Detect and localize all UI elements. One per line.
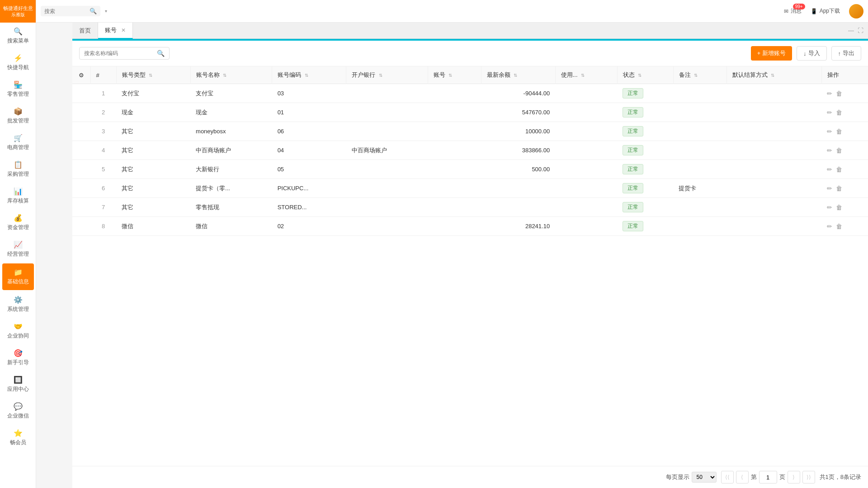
table-row: 4 其它 中百商场账户 04 中百商场账户 383866.00 正常 ✏ 🗑 — [72, 141, 868, 160]
delete-icon[interactable]: 🗑 — [836, 204, 842, 211]
delete-icon[interactable]: 🗑 — [836, 128, 842, 135]
user-avatar[interactable] — [849, 4, 863, 19]
export-button[interactable]: ↑ 导出 — [831, 46, 862, 61]
table-row: 6 其它 提货卡（零... PICKUPC... 正常 提货卡 ✏ 🗑 — [72, 179, 868, 198]
cell-account — [428, 198, 481, 217]
window-minimize-btn[interactable]: — — [848, 27, 854, 34]
edit-icon[interactable]: ✏ — [827, 90, 832, 97]
cell-code: STORED... — [272, 198, 346, 217]
topbar-dropdown-arrow[interactable]: ▾ — [105, 9, 107, 14]
cell-num: 6 — [90, 179, 116, 198]
action-buttons: ✏ 🗑 — [827, 147, 863, 154]
sidebar-item-wholesale-mgmt[interactable]: 📦批发管理 — [0, 103, 36, 129]
col-use[interactable]: 使用... ⇅ — [555, 66, 617, 84]
cell-num: 8 — [90, 217, 116, 236]
nav-icon-quick-nav: ⚡ — [2, 54, 34, 62]
cell-num: 3 — [90, 122, 116, 141]
sidebar-item-fund-mgmt[interactable]: 💰资金管理 — [0, 209, 36, 236]
nav-label-retail-mgmt: 零售管理 — [2, 90, 34, 98]
cell-remark — [673, 160, 726, 179]
edit-icon[interactable]: ✏ — [827, 109, 832, 116]
cell-status: 正常 — [617, 179, 673, 198]
sidebar-item-system-mgmt[interactable]: ⚙️系统管理 — [0, 291, 36, 318]
col-default-settlement[interactable]: 默认结算方式 ⇅ — [726, 66, 821, 84]
delete-icon[interactable]: 🗑 — [836, 223, 842, 230]
per-page-label: 每页显示 — [666, 473, 689, 481]
sidebar-item-new-guide[interactable]: 🎯新手引导 — [0, 344, 36, 371]
topbar-search-box[interactable]: 🔍 — [41, 6, 100, 16]
nav-icon-purchase-mgmt: 📋 — [2, 160, 34, 169]
cell-account — [428, 103, 481, 122]
export-icon: ↑ — [838, 50, 841, 57]
cell-code: 04 — [272, 141, 346, 160]
sidebar-item-basic-info[interactable]: 📁基础信息 — [2, 263, 34, 290]
window-maximize-btn[interactable]: ⛶ — [858, 27, 863, 34]
col-status[interactable]: 状态 ⇅ — [617, 66, 673, 84]
sidebar-item-inventory-check[interactable]: 📊库存核算 — [0, 183, 36, 209]
cell-use — [555, 217, 617, 236]
cell-account — [428, 217, 481, 236]
col-name[interactable]: 账号名称 ⇅ — [190, 66, 272, 84]
cell-bank — [346, 179, 428, 198]
tab-account-close[interactable]: ✕ — [121, 27, 126, 33]
cell-balance: 10000.00 — [481, 122, 555, 141]
status-badge: 正常 — [623, 126, 643, 136]
page-navigation: ⟨⟨ ⟨ 第 页 ⟩ ⟩⟩ — [721, 471, 815, 483]
nav-label-app-center: 应用中心 — [2, 385, 34, 393]
delete-icon[interactable]: 🗑 — [836, 90, 842, 97]
sidebar-item-ecommerce-mgmt[interactable]: 🛒电商管理 — [0, 129, 36, 156]
cell-balance — [481, 198, 555, 217]
delete-icon[interactable]: 🗑 — [836, 166, 842, 173]
add-account-button[interactable]: + 新增账号 — [751, 46, 792, 61]
per-page-select[interactable]: 50 100 200 — [692, 472, 717, 483]
topbar-search-input[interactable] — [44, 8, 90, 14]
sidebar-item-enterprise-collab[interactable]: 🤝企业协同 — [0, 318, 36, 344]
sidebar-item-search-menu[interactable]: 🔍搜索菜单 — [0, 23, 36, 49]
sidebar-item-retail-mgmt[interactable]: 🏪零售管理 — [0, 76, 36, 103]
col-remark[interactable]: 备注 ⇅ — [673, 66, 726, 84]
import-button[interactable]: ↓ 导入 — [797, 46, 827, 61]
delete-icon[interactable]: 🗑 — [836, 147, 842, 154]
topbar-message[interactable]: ✉ 消息 99+ — [784, 7, 802, 15]
col-code[interactable]: 账号编码 ⇅ — [272, 66, 346, 84]
page-prev-btn[interactable]: ⟨ — [736, 471, 749, 483]
page-num-input[interactable] — [759, 471, 777, 483]
col-bank[interactable]: 开户银行 ⇅ — [346, 66, 428, 84]
edit-icon[interactable]: ✏ — [827, 204, 832, 211]
nav-label-quick-nav: 快捷导航 — [2, 64, 34, 71]
delete-icon[interactable]: 🗑 — [836, 109, 842, 116]
edit-icon[interactable]: ✏ — [827, 223, 832, 230]
cell-account — [428, 84, 481, 103]
sidebar-item-vip-member[interactable]: ⭐畅会员 — [0, 424, 36, 451]
sidebar-item-quick-nav[interactable]: ⚡快捷导航 — [0, 49, 36, 76]
edit-icon[interactable]: ✏ — [827, 128, 832, 135]
sidebar-item-enterprise-wechat[interactable]: 💬企业微信 — [0, 398, 36, 424]
page-next-btn[interactable]: ⟩ — [788, 471, 800, 483]
account-table-container: ⚙ # 账号类型 ⇅ 账号名称 ⇅ 账号编码 ⇅ 开户银行 ⇅ 账号 ⇅ 最新余… — [72, 66, 868, 466]
col-gear[interactable]: ⚙ — [72, 66, 90, 84]
nav-icon-fund-mgmt: 💰 — [2, 214, 34, 222]
cell-bank — [346, 198, 428, 217]
tab-home[interactable]: 首页 — [72, 23, 98, 39]
edit-icon[interactable]: ✏ — [827, 166, 832, 173]
sidebar-item-app-center[interactable]: 🔲应用中心 — [0, 371, 36, 398]
sidebar-item-operation-mgmt[interactable]: 📈经营管理 — [0, 236, 36, 263]
edit-icon[interactable]: ✏ — [827, 185, 832, 192]
col-type[interactable]: 账号类型 ⇅ — [116, 66, 190, 84]
account-search-box[interactable]: 🔍 — [79, 47, 170, 60]
col-balance[interactable]: 最新余额 ⇅ — [481, 66, 555, 84]
sidebar-item-purchase-mgmt[interactable]: 📋采购管理 — [0, 156, 36, 183]
delete-icon[interactable]: 🗑 — [836, 185, 842, 192]
status-badge: 正常 — [623, 202, 643, 212]
edit-icon[interactable]: ✏ — [827, 147, 832, 154]
topbar-app-download[interactable]: 📱 App下载 — [811, 7, 840, 15]
col-account[interactable]: 账号 ⇅ — [428, 66, 481, 84]
page-size-selector[interactable]: 每页显示 50 100 200 — [666, 472, 717, 483]
page-last-btn[interactable]: ⟩⟩ — [802, 471, 815, 483]
page-first-btn[interactable]: ⟨⟨ — [721, 471, 734, 483]
cell-name: 中百商场账户 — [190, 141, 272, 160]
action-buttons: ✏ 🗑 — [827, 128, 863, 135]
tab-account[interactable]: 账号 ✕ — [98, 23, 133, 39]
account-search-input[interactable] — [84, 50, 157, 56]
nav-label-fund-mgmt: 资金管理 — [2, 224, 34, 231]
